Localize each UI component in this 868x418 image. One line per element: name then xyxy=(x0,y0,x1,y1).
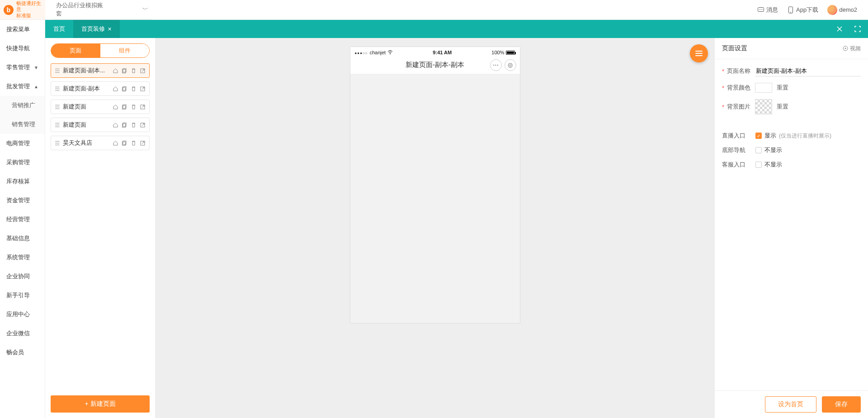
copy-icon[interactable] xyxy=(121,86,127,92)
sidenav-item-label: 销售管理 xyxy=(12,120,35,128)
account-selector[interactable]: 办公品行业模拟账套 ﹀ xyxy=(52,0,152,20)
fullscreen-button[interactable] xyxy=(852,23,863,35)
page-name-input[interactable] xyxy=(755,66,861,76)
segment-pages-button[interactable]: 页面 xyxy=(51,44,100,57)
sidenav-item-label: 资金管理 xyxy=(6,196,30,204)
export-icon[interactable] xyxy=(139,104,146,110)
cs-entry-label: 客服入口 xyxy=(722,161,755,169)
sidenav-item[interactable]: 应用中心 xyxy=(0,305,45,324)
export-icon[interactable] xyxy=(139,68,146,74)
page-list-item[interactable]: ☰新建页面 xyxy=(51,118,150,132)
export-icon[interactable] xyxy=(139,86,146,92)
sidenav-item-label: 批发管理 xyxy=(6,82,30,90)
segment-components-button[interactable]: 组件 xyxy=(100,44,150,57)
sidenav-item[interactable]: 快捷导航 xyxy=(0,39,45,58)
sidenav-item[interactable]: 基础信息 xyxy=(0,229,45,248)
live-entry-text: 显示 xyxy=(764,132,776,140)
copy-icon[interactable] xyxy=(121,104,127,110)
sidenav-item[interactable]: 采购管理 xyxy=(0,153,45,172)
delete-icon[interactable] xyxy=(130,140,137,146)
drag-handle-icon[interactable]: ☰ xyxy=(55,140,60,147)
svg-point-3 xyxy=(762,9,763,10)
copy-icon[interactable] xyxy=(121,140,127,146)
bgcolor-reset-link[interactable]: 重置 xyxy=(777,84,788,92)
video-help-button[interactable]: 视频 xyxy=(843,45,861,52)
page-list-item[interactable]: ☰新建页面-副本 xyxy=(51,81,150,96)
sidenav-item[interactable]: 零售管理▼ xyxy=(0,58,45,77)
tab[interactable]: 首页装修✕ xyxy=(73,20,120,38)
svg-point-2 xyxy=(760,9,761,10)
phone-body[interactable] xyxy=(350,74,520,323)
tab-close-all-button[interactable] xyxy=(834,23,845,35)
new-page-button[interactable]: + 新建页面 xyxy=(51,395,150,413)
bgimg-reset-link[interactable]: 重置 xyxy=(777,103,788,111)
export-icon[interactable] xyxy=(139,140,146,146)
set-home-button[interactable]: 设为首页 xyxy=(765,396,816,413)
sidenav-item-label: 新手引导 xyxy=(6,291,30,299)
delete-icon[interactable] xyxy=(130,86,137,92)
page-list-panel: 页面 组件 ☰新建页面-副本...☰新建页面-副本☰新建页面☰新建页面☰昊天文具… xyxy=(45,38,156,418)
sidenav-item[interactable]: 新手引导 xyxy=(0,286,45,305)
sidenav-item[interactable]: 库存核算 xyxy=(0,172,45,191)
sidenav-item[interactable]: 畅会员 xyxy=(0,343,45,362)
delete-icon[interactable] xyxy=(130,122,137,128)
live-entry-hint: (仅当进行直播时展示) xyxy=(779,132,831,140)
sidenav-item[interactable]: 批发管理▲ xyxy=(0,77,45,96)
canvas-menu-fab[interactable] xyxy=(690,44,708,62)
miniprogram-close-icon: ◎ xyxy=(505,59,516,71)
phone-titlebar: 新建页面-副本-副本 ⋯ ◎ xyxy=(350,56,520,74)
drag-handle-icon[interactable]: ☰ xyxy=(55,67,60,74)
phone-status-bar: chanjet 9:41 AM 100% xyxy=(350,47,520,56)
avatar-icon xyxy=(827,5,837,15)
app-download-label: App下载 xyxy=(796,6,818,14)
sidenav-item-label: 经营管理 xyxy=(6,215,30,223)
export-icon[interactable] xyxy=(139,122,146,128)
drag-handle-icon[interactable]: ☰ xyxy=(55,86,60,92)
messages-button[interactable]: 消息 xyxy=(757,6,778,14)
set-home-icon[interactable] xyxy=(112,86,118,92)
phone-title-text: 新建页面-副本-副本 xyxy=(406,61,464,69)
sidenav-item[interactable]: 电商管理 xyxy=(0,134,45,153)
set-home-icon[interactable] xyxy=(112,140,118,146)
sidenav-item[interactable]: 搜索菜单 xyxy=(0,20,45,39)
tab[interactable]: 首页 xyxy=(45,20,73,38)
copy-icon[interactable] xyxy=(121,68,127,74)
bgimg-swatch[interactable] xyxy=(755,99,772,114)
page-list-item[interactable]: ☰昊天文具店 xyxy=(51,136,150,150)
tab-close-icon[interactable]: ✕ xyxy=(108,26,112,32)
signal-icon xyxy=(355,50,368,55)
live-entry-checkbox[interactable]: ✓ xyxy=(755,133,762,139)
miniprogram-more-icon: ⋯ xyxy=(490,59,502,71)
sidenav-item[interactable]: 销售管理 xyxy=(0,115,45,134)
app-download-button[interactable]: App下载 xyxy=(787,6,818,14)
sidenav-item[interactable]: 经营管理 xyxy=(0,210,45,229)
username-label: demo2 xyxy=(839,6,857,13)
page-list-item[interactable]: ☰新建页面 xyxy=(51,100,150,114)
delete-icon[interactable] xyxy=(130,104,137,110)
sidenav-item[interactable]: 资金管理 xyxy=(0,191,45,210)
sidenav-item[interactable]: 系统管理 xyxy=(0,248,45,267)
set-home-icon[interactable] xyxy=(112,104,118,110)
sidenav-item[interactable]: 企业微信 xyxy=(0,324,45,343)
set-home-icon[interactable] xyxy=(112,68,118,74)
set-home-icon[interactable] xyxy=(112,122,118,128)
delete-icon[interactable] xyxy=(130,68,137,74)
bottomnav-checkbox[interactable] xyxy=(755,147,762,153)
cs-entry-checkbox[interactable] xyxy=(755,162,762,168)
sidenav-item[interactable]: 企业协同 xyxy=(0,267,45,286)
chevron-down-icon: ﹀ xyxy=(142,5,148,14)
save-button[interactable]: 保存 xyxy=(822,396,861,413)
settings-panel: 页面设置 视频 * 页面名称 * xyxy=(714,38,868,418)
sidenav-item-label: 基础信息 xyxy=(6,234,30,242)
drag-handle-icon[interactable]: ☰ xyxy=(55,122,60,128)
copy-icon[interactable] xyxy=(121,122,127,128)
page-item-name: 新建页面 xyxy=(63,121,109,129)
sidenav-item[interactable]: 营销推广 xyxy=(0,96,45,115)
user-menu[interactable]: demo2 xyxy=(827,5,857,15)
required-marker: * xyxy=(722,85,724,91)
page-list-item[interactable]: ☰新建页面-副本... xyxy=(51,63,150,78)
page-item-name: 昊天文具店 xyxy=(63,139,109,147)
drag-handle-icon[interactable]: ☰ xyxy=(55,104,60,110)
bgcolor-swatch[interactable] xyxy=(755,83,772,93)
topbar: b 畅捷通好生意 标准版 办公品行业模拟账套 ﹀ 消息 App下载 xyxy=(0,0,868,20)
